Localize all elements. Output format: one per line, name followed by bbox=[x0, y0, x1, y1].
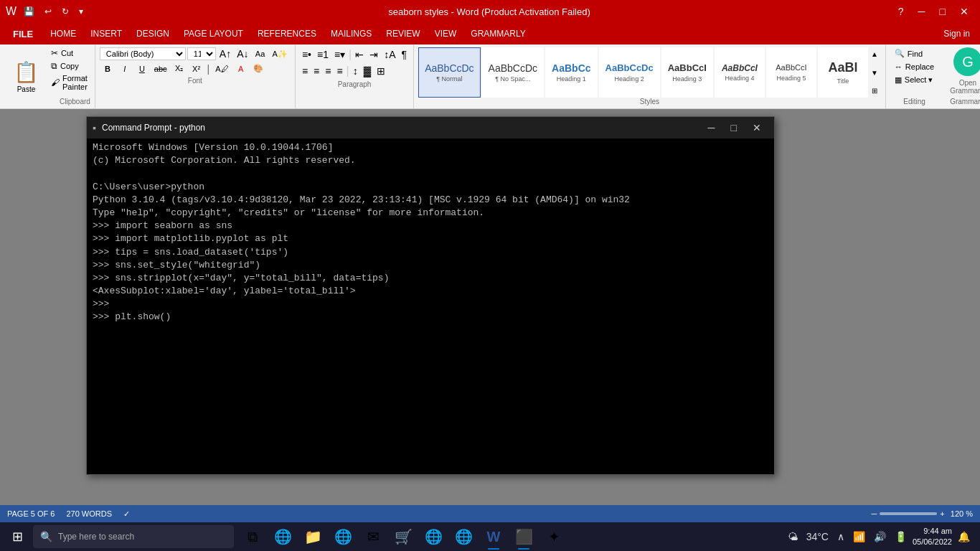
taskbar-cmd[interactable]: ⬛ bbox=[509, 522, 538, 551]
align-center-button[interactable]: ≡ bbox=[311, 64, 321, 78]
sign-in-link[interactable]: Sign in bbox=[936, 26, 977, 42]
strikethrough-button[interactable]: abc bbox=[151, 63, 170, 75]
subscript-button[interactable]: X₂ bbox=[171, 62, 187, 75]
paste-button[interactable]: 📋 Paste bbox=[7, 47, 45, 105]
styles-group: AaBbCcDc ¶ Normal AaBbCcDc ¶ No Spac... … bbox=[414, 44, 886, 108]
show-formatting-button[interactable]: ¶ bbox=[400, 47, 410, 62]
align-right-button[interactable]: ≡ bbox=[323, 64, 333, 78]
cut-button[interactable]: ✂ Cut bbox=[48, 47, 90, 59]
file-menu[interactable]: FILE bbox=[3, 23, 43, 44]
shading-para-button[interactable]: ▓ bbox=[362, 64, 373, 78]
select-label: Select ▾ bbox=[905, 75, 933, 85]
find-button[interactable]: 🔍 Find bbox=[890, 47, 938, 60]
battery-icon[interactable]: 🔋 bbox=[892, 529, 910, 544]
redo-button[interactable]: ↻ bbox=[59, 5, 72, 18]
maximize-button[interactable]: □ bbox=[934, 4, 951, 19]
taskbar-store[interactable]: 🛒 bbox=[389, 522, 418, 551]
network-icon[interactable]: 📶 bbox=[850, 529, 868, 544]
text-highlight-button[interactable]: A🖊 bbox=[212, 63, 231, 75]
style-title[interactable]: AaBl Title bbox=[818, 47, 868, 98]
cmd-close[interactable]: ✕ bbox=[745, 121, 768, 135]
view-menu[interactable]: VIEW bbox=[428, 23, 464, 44]
system-clock[interactable]: 9:44 am 05/06/2022 bbox=[913, 526, 952, 548]
grammarly-menu[interactable]: GRAMMARLY bbox=[463, 23, 532, 44]
style-h4-label: Heading 4 bbox=[725, 75, 754, 82]
increase-indent-button[interactable]: ⇥ bbox=[367, 47, 380, 62]
save-button[interactable]: 💾 bbox=[21, 5, 37, 18]
bold-button[interactable]: B bbox=[100, 63, 116, 75]
insert-menu[interactable]: INSERT bbox=[83, 23, 129, 44]
replace-button[interactable]: ↔ Replace bbox=[890, 61, 938, 72]
review-menu[interactable]: REVIEW bbox=[379, 23, 427, 44]
copy-button[interactable]: ⧉ Copy bbox=[48, 60, 90, 72]
text-effects-button[interactable]: A✨ bbox=[270, 48, 291, 60]
close-button[interactable]: ✕ bbox=[954, 4, 974, 19]
style-title-label: Title bbox=[837, 77, 849, 85]
style-h2[interactable]: AaBbCcDc Heading 2 bbox=[599, 47, 660, 98]
page-layout-menu[interactable]: PAGE LAYOUT bbox=[176, 23, 250, 44]
justify-button[interactable]: ≡ bbox=[334, 64, 344, 78]
taskbar-edge[interactable]: 🌐 bbox=[268, 522, 297, 551]
style-h1[interactable]: AaBbCc Heading 1 bbox=[545, 47, 597, 98]
zoom-out-icon[interactable]: ─ bbox=[872, 509, 877, 518]
home-menu[interactable]: HOME bbox=[43, 23, 83, 44]
style-h3[interactable]: AaBbCcI Heading 3 bbox=[661, 47, 713, 98]
quick-access-more[interactable]: ▾ bbox=[76, 5, 86, 18]
cmd-window[interactable]: ▪ Command Prompt - python ─ □ ✕ Microsof… bbox=[86, 116, 775, 475]
taskbar-word[interactable]: W bbox=[479, 522, 508, 551]
design-menu[interactable]: DESIGN bbox=[129, 23, 176, 44]
notification-icon[interactable]: 🔔 bbox=[955, 529, 973, 544]
align-left-button[interactable]: ≡ bbox=[300, 64, 310, 78]
search-bar[interactable]: 🔍 Type here to search bbox=[33, 525, 234, 548]
undo-button[interactable]: ↩ bbox=[42, 5, 55, 18]
grammarly-icon[interactable]: G bbox=[953, 47, 980, 76]
borders-button[interactable]: ⊞ bbox=[374, 64, 387, 78]
taskbar-browser2[interactable]: 🌐 bbox=[449, 522, 478, 551]
format-painter-button[interactable]: 🖌 Format Painter bbox=[48, 73, 90, 92]
sort-button[interactable]: ↕A bbox=[382, 47, 397, 62]
style-h4[interactable]: AaBbCcI Heading 4 bbox=[715, 47, 765, 98]
zoom-in-icon[interactable]: + bbox=[940, 509, 944, 518]
shading-button[interactable]: 🎨 bbox=[250, 62, 266, 75]
line-spacing-button[interactable]: ↕ bbox=[351, 64, 360, 78]
multilevel-list-button[interactable]: ≡▾ bbox=[332, 47, 347, 62]
taskbar-mail[interactable]: ✉ bbox=[359, 522, 387, 551]
tray-arrow[interactable]: ∧ bbox=[834, 529, 847, 544]
taskbar-taskview[interactable]: ⧉ bbox=[238, 522, 267, 551]
font-format-row: B I U abc X₂ X² | A🖊 A 🎨 bbox=[100, 62, 291, 75]
underline-button[interactable]: U bbox=[134, 63, 150, 75]
taskbar-file-explorer[interactable]: 📁 bbox=[298, 522, 327, 551]
start-button[interactable]: ⊞ bbox=[3, 522, 32, 551]
decrease-indent-button[interactable]: ⇤ bbox=[353, 47, 366, 62]
font-name-select[interactable]: Calibri (Body) bbox=[100, 47, 186, 60]
style-h3-preview: AaBbCcI bbox=[668, 62, 707, 74]
help-button[interactable]: ? bbox=[892, 4, 910, 19]
italic-button[interactable]: I bbox=[117, 63, 133, 75]
style-nospace[interactable]: AaBbCcDc ¶ No Spac... bbox=[482, 47, 544, 98]
numbering-button[interactable]: ≡1 bbox=[315, 47, 331, 62]
font-color-button[interactable]: A bbox=[233, 63, 249, 75]
font-size-decrease[interactable]: A↓ bbox=[235, 47, 250, 60]
bullets-button[interactable]: ≡• bbox=[300, 47, 314, 62]
styles-expand[interactable]: ⊞ bbox=[870, 85, 880, 96]
font-size-select[interactable]: 11 bbox=[187, 47, 216, 60]
taskbar-browser1[interactable]: 🌐 bbox=[419, 522, 448, 551]
styles-scroll-down[interactable]: ▼ bbox=[870, 67, 880, 78]
zoom-slider[interactable] bbox=[880, 512, 937, 515]
minimize-button[interactable]: ─ bbox=[913, 4, 931, 19]
styles-scroll-up[interactable]: ▲ bbox=[870, 49, 880, 60]
style-normal[interactable]: AaBbCcDc ¶ Normal bbox=[418, 47, 480, 98]
select-button[interactable]: ▦ Select ▾ bbox=[890, 74, 938, 86]
font-size-increase[interactable]: A↑ bbox=[217, 47, 233, 60]
style-h5[interactable]: AaBbCcI Heading 5 bbox=[766, 47, 816, 98]
cmd-maximize[interactable]: □ bbox=[724, 121, 744, 135]
search-icon: 🔍 bbox=[40, 531, 52, 542]
change-case-button[interactable]: Aa bbox=[253, 48, 268, 60]
volume-icon[interactable]: 🔊 bbox=[871, 529, 889, 544]
references-menu[interactable]: REFERENCES bbox=[250, 23, 324, 44]
superscript-button[interactable]: X² bbox=[189, 63, 204, 75]
taskbar-edge2[interactable]: 🌐 bbox=[329, 522, 357, 551]
mailings-menu[interactable]: MAILINGS bbox=[324, 23, 379, 44]
cmd-minimize[interactable]: ─ bbox=[701, 121, 722, 135]
taskbar-app-extra[interactable]: ✦ bbox=[540, 522, 568, 551]
